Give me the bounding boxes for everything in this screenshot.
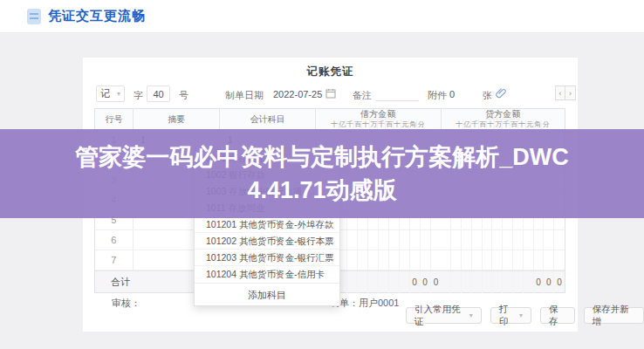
digit-label: 十 (362, 120, 370, 130)
total-digit-cell (368, 271, 379, 293)
amount-digit-cell (358, 230, 368, 250)
chevron-down-icon: ▾ (519, 311, 523, 319)
add-subject-button[interactable]: 添加科目 (195, 283, 339, 305)
table-header-row: 行号 摘要 会计科目 借方金额 十亿千百十万千百十元角分 贷方金额 十亿千百十万… (95, 109, 565, 130)
action-buttons: 引入常用凭证▾打印▾保存保存并新增 (406, 307, 644, 324)
amount-digit-cell (442, 250, 452, 270)
subject-dropdown-item[interactable]: 101203 其他货币资金-银行汇票 (195, 250, 339, 266)
amount-digit-cell (442, 230, 452, 250)
voucher-word-select[interactable]: 记 ▾ (96, 86, 125, 102)
subject-dropdown-item[interactable]: 101204 其他货币资金-信用卡 (195, 266, 339, 283)
amount-digit-cell (347, 250, 358, 270)
digit-label: 百 (386, 120, 394, 130)
date-value[interactable]: 2022-07-25 (273, 89, 322, 99)
debit-title: 借方金额 (360, 109, 395, 120)
col-header-subject: 会计科目 (220, 109, 316, 129)
digit-label: 千 (346, 120, 354, 130)
save-and-new-button[interactable]: 保存并新增 (584, 307, 644, 324)
prev-voucher-button[interactable]: ‹ (555, 86, 565, 100)
date-label: 制单日期 (225, 89, 264, 102)
total-digit-cell (513, 271, 524, 293)
word-hao-label: 号 (179, 89, 188, 102)
amount-digit-cell (358, 250, 368, 270)
digit-label: 千 (378, 120, 386, 130)
total-digit-cell: 0 (431, 271, 442, 293)
digit-label: 千 (503, 120, 510, 130)
total-digit-cell (503, 271, 513, 293)
amount-digit-cell (421, 250, 431, 270)
digit-label: 分 (417, 120, 425, 130)
word-zi-label: 字 (134, 89, 143, 102)
col-header-row-no: 行号 (95, 109, 134, 129)
paperclip-icon[interactable] (496, 87, 507, 99)
amount-digit-cell (389, 250, 400, 270)
calendar-icon[interactable] (325, 88, 336, 99)
subject-dropdown-item[interactable]: 101202 其他货币资金-银行本票 (195, 233, 339, 250)
topbar-title: 凭证交互更流畅 (48, 8, 146, 24)
amount-digit-cell (524, 250, 534, 270)
attach-label: 附件 (428, 89, 447, 102)
digit-label: 元 (526, 120, 534, 130)
amount-digit-cell (554, 230, 565, 250)
total-digit-cell: 0 (554, 271, 565, 293)
amount-digit-cell (431, 250, 442, 270)
amount-digit-cell (472, 250, 483, 270)
amount-digit-cell (379, 230, 389, 250)
amount-digit-cell (483, 230, 493, 250)
remark-label: 备注 (353, 89, 372, 102)
amount-digit-cell (483, 250, 493, 270)
digit-label: 元 (401, 120, 409, 130)
amount-digit-cell (492, 250, 503, 270)
amount-digit-cell (503, 230, 513, 250)
overlay-line2: 4.41.71动感版 (247, 174, 396, 207)
amount-digit-cell (368, 250, 379, 270)
amount-digit-cell (554, 250, 565, 270)
amount-digit-cell (462, 250, 472, 270)
subject-dropdown-item[interactable]: 101201 其他货币资金-外埠存款 (195, 216, 339, 233)
total-digit-cell (389, 271, 400, 293)
digit-label: 千 (471, 120, 479, 130)
total-digit-cell (358, 271, 368, 293)
credit-amount-cells[interactable] (442, 250, 565, 270)
digit-label: 百 (510, 120, 518, 130)
amount-digit-cell (462, 230, 472, 250)
total-digit-cell (379, 271, 389, 293)
attach-unit: 张 (483, 89, 492, 102)
amount-digit-cell (513, 230, 524, 250)
total-digit-cell (483, 271, 493, 293)
total-digit-cell: 0 (534, 271, 545, 293)
amount-digit-cell (431, 230, 442, 250)
amount-digit-cell (400, 250, 410, 270)
digit-label: 百 (354, 120, 362, 130)
total-digit-cell (400, 271, 410, 293)
chevron-down-icon: ▾ (469, 311, 473, 319)
remark-input[interactable] (375, 86, 419, 101)
total-digit-cell (442, 271, 452, 293)
digit-label: 万 (495, 120, 503, 130)
credit-amount-cells[interactable] (442, 230, 565, 250)
amount-digit-cell (410, 250, 421, 270)
total-digit-cell (492, 271, 503, 293)
digit-label: 分 (542, 120, 550, 130)
debit-digit-labels: 十亿千百十万千百十元角分 (331, 120, 425, 130)
next-voucher-button[interactable]: › (565, 86, 576, 100)
amount-digit-cell (389, 230, 400, 250)
print-button[interactable]: 打印▾ (490, 307, 531, 324)
amount-digit-cell (400, 230, 410, 250)
import-template-button[interactable]: 引入常用凭证▾ (406, 307, 482, 324)
digit-label: 角 (409, 120, 417, 130)
total-digit-cell: 0 (421, 271, 431, 293)
amount-digit-cell (451, 230, 462, 250)
digit-label: 十 (518, 120, 526, 130)
save-button[interactable]: 保存 (540, 307, 575, 324)
voucher-number-input[interactable]: 40 (147, 86, 170, 102)
audit-label: 审核： (112, 297, 140, 310)
amount-digit-cell (534, 230, 545, 250)
digit-label: 百 (479, 120, 487, 130)
amount-digit-cell (513, 250, 524, 270)
amount-digit-cell (544, 230, 554, 250)
digit-label: 亿 (463, 120, 471, 130)
col-header-summary: 摘要 (134, 109, 221, 129)
voucher-title: 记账凭证 (83, 65, 578, 79)
total-digit-cell: 0 (410, 271, 421, 293)
